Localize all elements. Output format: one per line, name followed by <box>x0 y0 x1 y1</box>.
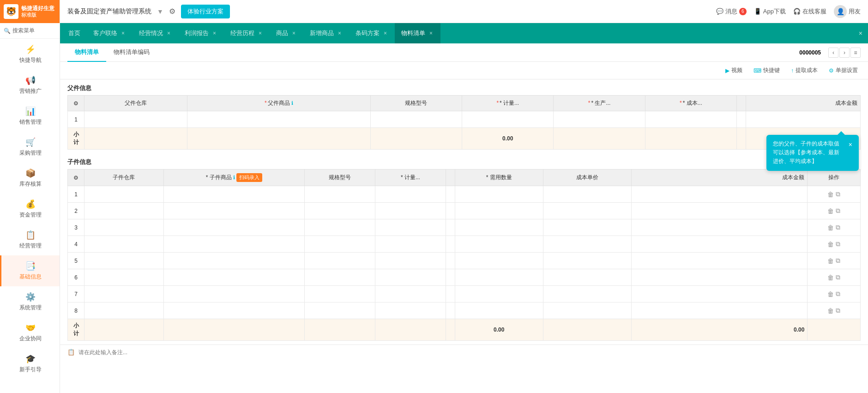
child-row-cost-amount[interactable] <box>631 269 808 286</box>
child-row-spec[interactable] <box>305 186 375 203</box>
sidebar-item-sales[interactable]: 📊 销售管理 <box>0 101 60 132</box>
parent-row-qty-unit[interactable] <box>462 111 554 128</box>
delete-icon[interactable]: 🗑 <box>827 191 834 198</box>
delete-icon[interactable]: 🗑 <box>827 290 834 298</box>
settings-gear-icon[interactable]: ⚙ <box>73 100 78 107</box>
child-row-warehouse[interactable] <box>84 286 164 302</box>
sidebar-search-item[interactable]: 🔍 搜索菜单 <box>0 23 60 39</box>
tab-bom[interactable]: 物料清单 × <box>395 23 440 43</box>
copy-icon[interactable]: ⧉ <box>836 240 840 248</box>
child-row-qty-unit[interactable] <box>375 269 446 286</box>
app-download-action[interactable]: 📱 App下载 <box>754 7 786 16</box>
message-action[interactable]: 💬 消息 6 <box>716 7 747 16</box>
tab-operations-close[interactable]: × <box>166 30 172 37</box>
scan-input-btn[interactable]: 扫码录入 <box>236 173 262 182</box>
child-row-warehouse[interactable] <box>84 269 164 286</box>
child-row-product[interactable] <box>163 236 304 253</box>
child-row-unit-cost[interactable] <box>543 203 631 219</box>
child-row-warehouse[interactable] <box>84 236 164 253</box>
child-row-product[interactable] <box>163 203 304 219</box>
child-row-warehouse[interactable] <box>84 186 164 203</box>
parent-row-cost[interactable] <box>645 111 736 128</box>
child-row-product[interactable] <box>163 269 304 286</box>
child-row-qty-unit[interactable] <box>375 236 446 253</box>
child-row-qty-unit[interactable] <box>375 219 446 236</box>
tab-barcode-close[interactable]: × <box>382 30 388 37</box>
child-row-needed-qty[interactable] <box>455 236 543 253</box>
video-btn[interactable]: ▶ 视频 <box>723 65 745 76</box>
child-row-qty-unit[interactable] <box>375 186 446 203</box>
tab-products[interactable]: 商品 × <box>270 23 303 43</box>
parent-row-product[interactable] <box>187 111 371 128</box>
copy-icon[interactable]: ⧉ <box>836 307 840 314</box>
delete-icon[interactable]: 🗑 <box>827 274 834 281</box>
child-row-needed-qty[interactable] <box>455 219 543 236</box>
settings-gear-btn[interactable]: ⚙ <box>169 7 175 16</box>
child-row-qty-unit[interactable] <box>375 253 446 269</box>
delete-icon[interactable]: 🗑 <box>827 257 834 265</box>
sidebar-item-basic[interactable]: 📑 基础信息 <box>0 255 60 286</box>
tab-profit[interactable]: 利润报告 × <box>178 23 224 43</box>
parent-row-spec[interactable] <box>370 111 462 128</box>
nav-next-btn[interactable]: › <box>839 48 850 58</box>
parent-row-cost-amount[interactable] <box>746 111 861 128</box>
user-action[interactable]: 👤 用友 <box>834 5 861 18</box>
child-row-cost-amount[interactable] <box>631 253 808 269</box>
sub-tab-bom-code[interactable]: 物料清单编码 <box>106 43 157 62</box>
sidebar-item-operations[interactable]: 📋 经营管理 <box>0 224 60 255</box>
tab-products-close[interactable]: × <box>291 30 297 37</box>
copy-icon[interactable]: ⧉ <box>836 190 840 198</box>
child-row-spec[interactable] <box>305 253 375 269</box>
tab-bom-close[interactable]: × <box>428 30 434 37</box>
parent-row-warehouse[interactable] <box>84 111 187 128</box>
child-row-spec[interactable] <box>305 236 375 253</box>
note-input[interactable] <box>78 349 861 356</box>
child-row-qty-unit[interactable] <box>375 302 446 319</box>
child-row-unit-cost[interactable] <box>543 302 631 319</box>
child-row-unit-cost[interactable] <box>543 269 631 286</box>
copy-icon[interactable]: ⧉ <box>836 207 840 215</box>
child-row-spec[interactable] <box>305 302 375 319</box>
delete-icon[interactable]: 🗑 <box>827 241 834 248</box>
sub-tab-bom-list[interactable]: 物料清单 <box>67 43 106 62</box>
child-row-warehouse[interactable] <box>84 219 164 236</box>
tab-customers-close[interactable]: × <box>120 30 126 37</box>
parent-row-produce[interactable] <box>554 111 645 128</box>
child-row-product[interactable] <box>163 286 304 302</box>
child-row-product[interactable] <box>163 253 304 269</box>
child-row-warehouse[interactable] <box>84 302 164 319</box>
nav-list-btn[interactable]: ≡ <box>850 48 861 58</box>
child-row-spec[interactable] <box>305 269 375 286</box>
delete-icon[interactable]: 🗑 <box>827 307 834 314</box>
tab-history-close[interactable]: × <box>257 30 263 37</box>
sidebar-item-enterprise[interactable]: 🤝 企业协同 <box>0 317 60 348</box>
child-row-unit-cost[interactable] <box>543 253 631 269</box>
tab-history[interactable]: 经营历程 × <box>224 23 270 43</box>
child-row-needed-qty[interactable] <box>455 253 543 269</box>
sidebar-item-quick-nav[interactable]: ⚡ 快捷导航 <box>0 39 60 70</box>
child-row-cost-amount[interactable] <box>631 186 808 203</box>
delete-icon[interactable]: 🗑 <box>827 207 834 215</box>
child-row-product[interactable] <box>163 219 304 236</box>
child-settings-gear-icon[interactable]: ⚙ <box>73 175 78 181</box>
child-row-spec[interactable] <box>305 219 375 236</box>
child-row-unit-cost[interactable] <box>543 286 631 302</box>
trial-button[interactable]: 体验行业方案 <box>181 5 230 18</box>
child-row-needed-qty[interactable] <box>455 269 543 286</box>
sidebar-item-marketing[interactable]: 📢 营销推广 <box>0 70 60 101</box>
child-row-product[interactable] <box>163 186 304 203</box>
tab-profit-close[interactable]: × <box>211 30 217 37</box>
delete-icon[interactable]: 🗑 <box>827 224 834 231</box>
tab-new-products-close[interactable]: × <box>337 30 343 37</box>
copy-icon[interactable]: ⧉ <box>836 290 840 298</box>
child-row-needed-qty[interactable] <box>455 203 543 219</box>
single-settings-btn[interactable]: ⚙ 单据设置 <box>826 65 861 76</box>
child-row-qty-unit[interactable] <box>375 203 446 219</box>
child-row-needed-qty[interactable] <box>455 186 543 203</box>
copy-icon[interactable]: ⧉ <box>836 224 840 231</box>
tab-new-products[interactable]: 新增商品 × <box>303 23 349 43</box>
tooltip-close-btn[interactable]: × <box>849 139 852 150</box>
child-row-product[interactable] <box>163 302 304 319</box>
child-row-cost-amount[interactable] <box>631 203 808 219</box>
child-row-needed-qty[interactable] <box>455 302 543 319</box>
